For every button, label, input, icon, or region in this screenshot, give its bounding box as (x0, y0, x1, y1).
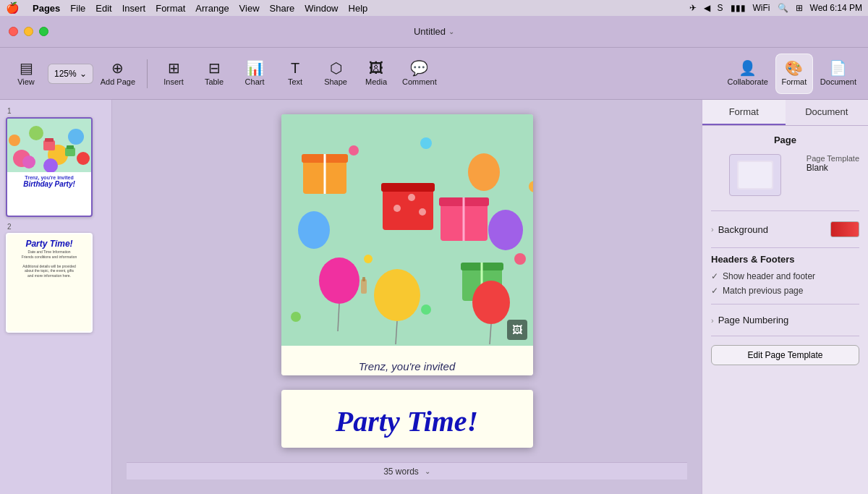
svg-point-12 (77, 152, 90, 165)
menu-help[interactable]: Help (349, 3, 368, 14)
collaborate-label: Collaborate (728, 77, 768, 86)
menu-insert[interactable]: Insert (122, 3, 146, 14)
svg-point-5 (9, 135, 20, 146)
thumb-1-subtitle: Trenz, you're invited (11, 175, 88, 180)
text-button[interactable]: T Text (276, 54, 314, 94)
status-chevron-icon[interactable]: ⌄ (425, 467, 430, 475)
match-previous-label: Match previous page (723, 286, 803, 296)
template-thumbnail (729, 154, 781, 196)
battery-icon: ▮▮▮ (731, 3, 746, 13)
edit-template-button[interactable]: Edit Page Template (711, 345, 859, 365)
add-page-button[interactable]: ⊕ Add Page (96, 54, 140, 94)
panel-content: Page Page Template Blank (702, 126, 868, 494)
menubar: 🍎 Pages File Edit Insert Format Arrange … (0, 0, 868, 16)
search-icon[interactable]: 🔍 (778, 3, 788, 13)
thumbnail-1[interactable]: 1 (6, 107, 106, 217)
menu-format[interactable]: Format (156, 3, 185, 14)
tab-format[interactable]: Format (702, 100, 786, 125)
image-icon: 🖼 (512, 324, 522, 336)
svg-point-37 (364, 255, 373, 263)
zoom-button[interactable]: 125% ⌄ (48, 64, 93, 84)
app-window: Untitled ⌄ ▤ View 125% ⌄ ⊕ Add Page ⊞ In… (0, 16, 868, 494)
toolbar-zoom-group: 125% ⌄ (48, 64, 93, 84)
apple-menu[interactable]: 🍎 (6, 1, 20, 14)
page-2-title[interactable]: Party Time! (296, 404, 519, 438)
thumb-2-title: Party Time! (11, 239, 88, 249)
document-button[interactable]: 📄 Document (816, 54, 861, 94)
page-numbering-row[interactable]: › Page Numbering (711, 310, 859, 330)
page-photo[interactable]: 🖼 (281, 114, 533, 346)
thumb-1-title: Birthday Party! (11, 180, 88, 188)
background-swatch[interactable] (830, 221, 859, 237)
svg-point-38 (421, 305, 431, 315)
comment-button[interactable]: 💬 Comment (398, 54, 441, 94)
format-button[interactable]: 🎨 Format (775, 54, 813, 94)
canvas-area[interactable]: 🖼 Trenz, you're invited Birthday Party! … (112, 100, 702, 494)
template-label: Page Template (807, 154, 859, 163)
show-header-row[interactable]: ✓ Show header and footer (711, 269, 859, 284)
zoom-value: 125% (54, 69, 77, 79)
menu-window[interactable]: Window (305, 3, 338, 14)
thumb-2-card[interactable]: Party Time! Date and Time InformationFri… (6, 233, 93, 333)
shape-label: Shape (324, 77, 347, 86)
svg-point-42 (349, 145, 359, 156)
wifi-icon: WiFi (753, 3, 770, 13)
chart-button[interactable]: 📊 Chart (236, 54, 273, 94)
shape-button[interactable]: ⬡ Shape (317, 54, 354, 94)
panel-tabs: Format Document (702, 100, 868, 126)
page-numbering-row-left: › Page Numbering (711, 315, 788, 325)
thumb-1-card[interactable]: Trenz, you're invited Birthday Party! (6, 117, 93, 217)
document-label: Document (820, 77, 856, 86)
show-header-label: Show header and footer (723, 271, 815, 281)
add-page-icon: ⊕ (111, 61, 124, 75)
menu-edit[interactable]: Edit (95, 3, 111, 14)
svg-point-30 (374, 269, 420, 321)
titlebar: Untitled ⌄ (0, 16, 868, 48)
page-1-card[interactable]: 🖼 Trenz, you're invited Birthday Party! (281, 114, 533, 375)
svg-rect-45 (362, 277, 365, 281)
menu-arrange[interactable]: Arrange (195, 3, 229, 14)
image-icon-overlay[interactable]: 🖼 (507, 320, 527, 340)
view-button[interactable]: ▤ View (7, 54, 45, 94)
format-icon: 🎨 (785, 61, 803, 75)
divider-4 (711, 336, 859, 336)
fullscreen-button[interactable] (39, 27, 48, 36)
right-panel: Format Document Page Page Template Bla (702, 100, 868, 494)
media-label: Media (365, 77, 387, 86)
menu-file[interactable]: File (70, 3, 85, 14)
svg-point-32 (472, 281, 510, 324)
menu-share[interactable]: Share (270, 3, 295, 14)
close-button[interactable] (9, 27, 18, 36)
page-2-card[interactable]: Party Time! (281, 390, 533, 448)
page-photo-svg (281, 114, 533, 346)
template-info-row: Page Template Blank (711, 154, 859, 202)
insert-button[interactable]: ⊞ Insert (155, 54, 192, 94)
background-row[interactable]: › Background (711, 217, 859, 242)
format-label: Format (781, 77, 807, 86)
toolbar: ▤ View 125% ⌄ ⊕ Add Page ⊞ Insert ⊟ Tabl… (0, 48, 868, 100)
thumb-2-number: 2 (6, 223, 106, 231)
title-label: Untitled (414, 26, 446, 37)
page-subtitle[interactable]: Trenz, you're invited (296, 360, 519, 372)
menu-view[interactable]: View (239, 3, 260, 14)
table-label: Table (205, 77, 224, 86)
thumbnail-sidebar: 1 (0, 100, 112, 494)
media-button[interactable]: 🖼 Media (357, 54, 395, 94)
tab-document[interactable]: Document (786, 100, 869, 125)
comment-icon: 💬 (410, 61, 428, 75)
skype-icon: S (718, 3, 723, 13)
title-chevron-icon: ⌄ (448, 27, 454, 35)
match-previous-row[interactable]: ✓ Match previous page (711, 284, 859, 298)
traffic-lights (9, 27, 48, 36)
check-show-header: ✓ (711, 271, 718, 281)
collaborate-icon: 👤 (739, 61, 757, 75)
table-button[interactable]: ⊟ Table (195, 54, 233, 94)
chart-label: Chart (245, 77, 265, 86)
collaborate-button[interactable]: 👤 Collaborate (723, 54, 773, 94)
template-preview-svg (737, 161, 773, 189)
thumbnail-2[interactable]: 2 Party Time! Date and Time InformationF… (6, 223, 106, 333)
window-title[interactable]: Untitled ⌄ (414, 26, 454, 37)
minimize-button[interactable] (24, 27, 33, 36)
check-match-previous: ✓ (711, 286, 718, 296)
menu-pages[interactable]: Pages (33, 3, 60, 14)
